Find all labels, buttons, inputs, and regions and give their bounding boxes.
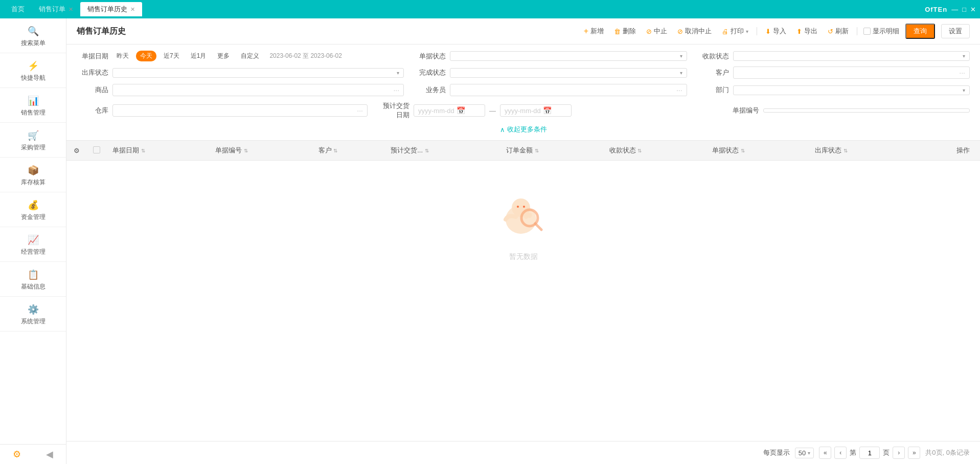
tab-home[interactable]: 首页	[4, 2, 32, 16]
sidebar-item-search-menu[interactable]: 🔍 搜索菜单	[0, 18, 66, 53]
per-page-select[interactable]: 50 ▾	[795, 448, 814, 458]
stop-button[interactable]: ⊘ 中止	[644, 26, 669, 37]
warehouse-status-select[interactable]: ▾	[112, 68, 404, 78]
delete-button[interactable]: 🗑 删除	[612, 26, 638, 37]
select-all-checkbox[interactable]	[93, 146, 100, 153]
display-detail-label: 显示明细	[873, 27, 899, 36]
operations-mgmt-icon: 📈	[28, 234, 39, 246]
bill-no-input[interactable]	[763, 108, 970, 113]
brand-text: OfTEn	[925, 6, 947, 13]
th-bill-status-sort-icon[interactable]: ⇅	[741, 148, 745, 153]
settings-button[interactable]: 设置	[941, 24, 970, 38]
date-last1month[interactable]: 近1月	[187, 51, 211, 61]
query-button[interactable]: 查询	[905, 24, 935, 39]
expected-delivery-end[interactable]: yyyy-mm-dd 📅	[500, 104, 572, 117]
calendar-start-icon[interactable]: 📅	[457, 106, 465, 115]
pagination: « ‹ 第 页 › »	[819, 447, 920, 459]
salesperson-input[interactable]: ···	[450, 84, 687, 96]
expected-delivery-end-placeholder: yyyy-mm-dd	[505, 107, 541, 115]
display-detail-toggle[interactable]: 显示明细	[863, 27, 899, 36]
sidebar-bottom: ⚙ ◀	[0, 444, 66, 464]
tab-sales-order-history[interactable]: 销售订单历史 ✕	[80, 2, 142, 16]
th-warehouse-status-sort-icon[interactable]: ⇅	[844, 148, 848, 153]
calendar-end-icon[interactable]: 📅	[543, 106, 552, 115]
prev-page-icon: ‹	[839, 449, 841, 456]
sidebar-item-inventory-check[interactable]: 📦 库存核算	[0, 158, 66, 192]
product-input[interactable]: ···	[112, 84, 404, 96]
last-page-button[interactable]: »	[908, 447, 920, 459]
sidebar-item-operations-mgmt[interactable]: 📈 经营管理	[0, 227, 66, 262]
filter-group-completion-status: 完成状态 ▾	[414, 68, 687, 78]
customer-filter-label: 客户	[697, 68, 733, 77]
system-mgmt-icon: ⚙️	[28, 304, 39, 315]
expected-delivery-start-placeholder: yyyy-mm-dd	[418, 107, 454, 115]
delete-icon: 🗑	[614, 28, 621, 35]
sidebar-item-system-mgmt[interactable]: ⚙️ 系统管理	[0, 297, 66, 332]
customer-more-icon[interactable]: ···	[959, 69, 965, 77]
th-payment-status-sort-icon[interactable]: ⇅	[637, 148, 642, 153]
filter-group-salesperson: 业务员 ···	[414, 84, 687, 96]
tab-sales-order-history-close[interactable]: ✕	[130, 6, 135, 13]
next-page-button[interactable]: ›	[893, 447, 905, 459]
search-menu-icon: 🔍	[28, 26, 39, 37]
tab-sales-order-close[interactable]: ✕	[69, 6, 73, 13]
export-label: 导出	[804, 27, 817, 36]
svg-point-2	[517, 206, 519, 208]
th-expected-delivery-sort-icon[interactable]: ⇅	[425, 148, 429, 153]
warehouse-more-icon[interactable]: ···	[357, 106, 363, 115]
window-maximize[interactable]: □	[962, 6, 966, 13]
th-bill-date: 单据日期 ⇅	[106, 141, 209, 161]
refresh-icon: ↺	[828, 28, 833, 35]
warehouse-input[interactable]: ···	[112, 104, 368, 117]
date-more[interactable]: 更多	[213, 51, 234, 61]
date-custom[interactable]: 自定义	[237, 51, 263, 61]
page-number-input[interactable]	[859, 447, 880, 459]
date-last7days[interactable]: 近7天	[159, 51, 184, 61]
department-select[interactable]: ▾	[733, 85, 970, 95]
inventory-check-icon: 📦	[28, 165, 39, 176]
th-bill-no-sort-icon[interactable]: ⇅	[244, 148, 248, 153]
import-button[interactable]: ⬇ 导入	[763, 26, 788, 37]
basic-info-icon: 📋	[28, 269, 39, 280]
sidebar-item-purchase-mgmt[interactable]: 🛒 采购管理	[0, 123, 66, 158]
salesperson-more-icon[interactable]: ···	[676, 86, 682, 94]
product-more-icon[interactable]: ···	[393, 86, 399, 94]
sidebar-item-fund-mgmt[interactable]: 💰 资金管理	[0, 192, 66, 227]
display-detail-checkbox[interactable]	[863, 28, 871, 35]
th-bill-date-sort-icon[interactable]: ⇅	[141, 148, 145, 153]
tab-sales-order[interactable]: 销售订单 ✕	[32, 2, 80, 16]
th-order-amount-sort-icon[interactable]: ⇅	[535, 148, 539, 153]
sidebar-settings-button[interactable]: ⚙	[13, 449, 21, 460]
window-close[interactable]: ✕	[970, 6, 976, 13]
sidebar-collapse-button[interactable]: ◀	[46, 449, 53, 460]
sidebar-item-basic-info[interactable]: 📋 基础信息	[0, 262, 66, 297]
completion-status-select[interactable]: ▾	[450, 68, 687, 78]
settings-icon[interactable]: ⚙	[74, 147, 80, 154]
bill-status-select[interactable]: ▾	[450, 51, 687, 61]
expected-delivery-start[interactable]: yyyy-mm-dd 📅	[414, 104, 485, 117]
add-button[interactable]: + 新增	[582, 26, 606, 37]
collapse-more-btn[interactable]: ∧ 收起更多条件	[77, 125, 970, 134]
export-button[interactable]: ⬆ 导出	[794, 26, 819, 37]
salesperson-label: 业务员	[414, 85, 450, 95]
first-page-button[interactable]: «	[819, 447, 831, 459]
next-page-icon: ›	[898, 449, 900, 456]
date-yesterday[interactable]: 昨天	[112, 51, 133, 61]
refresh-button[interactable]: ↺ 刷新	[826, 26, 851, 37]
collapse-more-label: 收起更多条件	[507, 125, 547, 134]
customer-input[interactable]: ···	[733, 67, 970, 79]
window-minimize[interactable]: —	[951, 6, 958, 13]
print-icon: 🖨	[722, 28, 728, 35]
filter-group-warehouse-status: 出库状态 ▾	[77, 68, 404, 78]
th-expected-delivery-label: 预计交货...	[391, 146, 423, 154]
sidebar-item-sales-mgmt[interactable]: 📊 销售管理	[0, 88, 66, 123]
page-title: 销售订单历史	[77, 26, 126, 37]
prev-page-button[interactable]: ‹	[834, 447, 847, 459]
print-button[interactable]: 🖨 打印 ▾	[720, 26, 750, 37]
payment-status-select[interactable]: ▾	[733, 51, 970, 61]
sidebar-item-quick-nav[interactable]: ⚡ 快捷导航	[0, 53, 66, 88]
cancel-stop-button[interactable]: ⊘ 取消中止	[675, 26, 714, 37]
th-customer-sort-icon[interactable]: ⇅	[333, 148, 337, 153]
date-today[interactable]: 今天	[136, 51, 156, 61]
th-payment-status: 收款状态 ⇅	[603, 141, 706, 161]
